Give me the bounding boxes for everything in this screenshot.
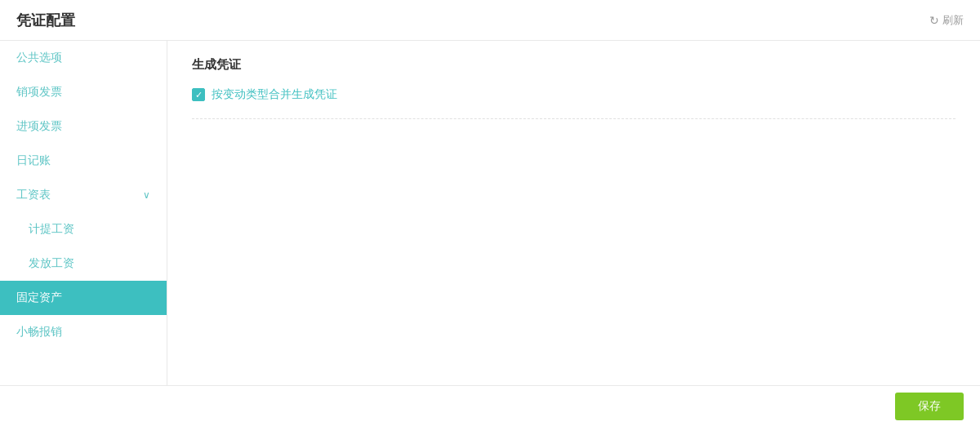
refresh-label: 刷新: [942, 13, 964, 28]
page-footer: 保存: [0, 385, 980, 426]
sidebar-item-sales-invoice[interactable]: 销项发票: [0, 75, 167, 109]
main-content: 生成凭证 按变动类型合并生成凭证: [167, 41, 980, 385]
sidebar-item-label: 日记账: [16, 153, 51, 168]
merge-checkbox[interactable]: [192, 88, 205, 101]
chevron-down-icon: ∨: [143, 189, 150, 201]
sidebar-item-journal[interactable]: 日记账: [0, 144, 167, 178]
sidebar-item-distribute-salary[interactable]: 发放工资: [0, 246, 167, 281]
sidebar-item-label: 固定资产: [16, 291, 62, 305]
sidebar-item-payroll-table[interactable]: 工资表∨: [0, 178, 167, 212]
sidebar-item-label: 发放工资: [29, 256, 74, 271]
sidebar-item-label: 工资表: [16, 188, 51, 202]
sidebar-item-expense-report[interactable]: 小畅报销: [0, 315, 167, 349]
sidebar-item-label: 公共选项: [16, 51, 62, 65]
sidebar-item-label: 销项发票: [16, 85, 62, 100]
sidebar-item-calculate-salary[interactable]: 计提工资: [0, 212, 167, 246]
checkbox-row: 按变动类型合并生成凭证: [192, 87, 956, 102]
sidebar-item-label: 进项发票: [16, 119, 62, 134]
page-wrapper: 凭证配置 ↻ 刷新 公共选项销项发票进项发票日记账工资表∨计提工资发放工资固定资…: [0, 0, 980, 426]
sidebar: 公共选项销项发票进项发票日记账工资表∨计提工资发放工资固定资产小畅报销: [0, 41, 167, 385]
page-body: 公共选项销项发票进项发票日记账工资表∨计提工资发放工资固定资产小畅报销 生成凭证…: [0, 41, 980, 385]
page-header: 凭证配置 ↻ 刷新: [0, 0, 980, 41]
divider: [192, 118, 956, 119]
sidebar-item-purchase-invoice[interactable]: 进项发票: [0, 109, 167, 144]
merge-checkbox-label: 按变动类型合并生成凭证: [212, 87, 337, 102]
section-title: 生成凭证: [192, 57, 956, 73]
sidebar-item-public-options[interactable]: 公共选项: [0, 41, 167, 75]
sidebar-item-fixed-assets[interactable]: 固定资产: [0, 281, 167, 315]
page-title: 凭证配置: [16, 11, 75, 30]
save-button[interactable]: 保存: [895, 393, 964, 420]
sidebar-item-label: 计提工资: [29, 222, 74, 237]
refresh-button[interactable]: ↻ 刷新: [929, 13, 964, 28]
refresh-icon: ↻: [929, 14, 939, 27]
sidebar-item-label: 小畅报销: [16, 325, 62, 339]
